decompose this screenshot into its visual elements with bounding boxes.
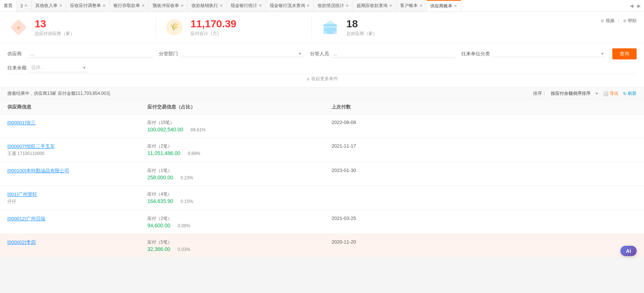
transaction-amount-2[interactable]: 11,051,486.00 [147, 150, 181, 156]
tab-supplier-ledger-close[interactable]: ✕ [454, 4, 457, 8]
transaction-info-2: 应付（2笔） 11,051,486.00 9.89% [147, 143, 332, 156]
supplier-info-6: [000002]李四 [7, 239, 147, 246]
transaction-pct-2: 9.89% [188, 151, 200, 156]
last-pay-date-2: 2021-11-17 [332, 143, 356, 149]
tab-collection-stat[interactable]: 收款情况统计 ✕ [314, 0, 353, 12]
transaction-amount-row-2: 11,051,486.00 9.89% [147, 150, 332, 156]
transaction-pct-6: 0.03% [178, 247, 190, 252]
supplier-name-6[interactable]: [000002]李四 [7, 239, 147, 246]
tab-cash-bank-stat[interactable]: 现金银行统计 ✕ [227, 0, 266, 12]
tab-supplier-ledger[interactable]: 供应商账本 ✕ [427, 0, 461, 12]
filter-supplier: 供应商 [7, 50, 153, 58]
tab-home-label: 首页 [4, 3, 13, 9]
wheat-icon: 🌾 [163, 16, 185, 38]
ai-badge[interactable]: Ai [620, 246, 637, 256]
transaction-pct-1: 89.61% [190, 127, 206, 132]
transaction-amount-row-6: 32,366.00 0.03% [147, 246, 332, 252]
transaction-detail-2: 应付（2笔） 11,051,486.00 9.89% [147, 143, 332, 156]
summary-card-1-number: 13 [35, 18, 74, 30]
tab-prepay-offset[interactable]: 预收冲应收单 ✕ [149, 0, 188, 12]
video-link[interactable]: ⊙ 视频 [601, 18, 614, 24]
transaction-label-1: 应付（15笔） [147, 120, 332, 126]
tab-prepay-offset-label: 预收冲应收单 [153, 3, 179, 9]
svg-marker-5 [322, 21, 338, 26]
tab-3[interactable]: 3 ✕ [17, 0, 32, 12]
tab-collection-stat-close[interactable]: ✕ [346, 3, 349, 8]
summary-card-3-label: 总供应商（家） [346, 31, 377, 37]
transaction-info-1: 应付（15笔） 100,092,540.00 89.61% [147, 120, 332, 132]
tab-collection-exec[interactable]: 收款核销执行 ✕ [188, 0, 227, 12]
tab-ar-adjust-close[interactable]: ✕ [102, 3, 106, 8]
refresh-button[interactable]: ↻ 刷新 [623, 90, 637, 97]
diamond-icon: ◈ [7, 16, 29, 38]
transaction-pct-3: 0.23% [181, 175, 193, 180]
tab-prepay-offset-close[interactable]: ✕ [181, 3, 184, 8]
balance-select[interactable]: 选择... ▼ [29, 63, 88, 72]
tab-ar-adjust[interactable]: 应收应付调整单 ✕ [66, 0, 110, 12]
tab-other-income-close[interactable]: ✕ [59, 3, 62, 8]
transaction-amount-4[interactable]: 164,635.90 [147, 198, 173, 204]
supplier-name-5[interactable]: [000012]广州贝瑞 [7, 216, 147, 222]
col-header-lastpay: 上次付数 [332, 104, 637, 110]
result-bar: 搜索结果中，供应商13家 应付金额111,703,854.00元 排序： 按应付… [0, 87, 644, 100]
summary-card-3: 18 总供应商（家） [319, 16, 460, 38]
tab-collection-exec-close[interactable]: ✕ [220, 3, 223, 8]
nav-prev-arrow[interactable]: ◀ [628, 0, 635, 12]
supplier-sub-4: 仔仔 [7, 199, 147, 205]
transaction-info-4: 应付（4笔） 164,635.90 0.15% [147, 191, 332, 204]
category-select[interactable]: ▼ [492, 51, 607, 57]
query-button[interactable]: 查询 [612, 48, 637, 59]
person-input[interactable] [331, 50, 455, 58]
svg-rect-6 [327, 28, 333, 34]
help-link[interactable]: ⊙ 帮助 [623, 18, 637, 24]
tab-3-close[interactable]: ✕ [24, 3, 28, 8]
summary-card-2-info: 11,170.39 应付合计（万） [190, 18, 237, 37]
transaction-amount-1[interactable]: 100,092,540.00 [147, 127, 183, 132]
tab-bank-deposit-label: 银行存取款单 [113, 3, 140, 9]
table-row: [000012]广州贝瑞 应付（2笔） 94,600.00 0.08% 2021… [0, 210, 644, 234]
lastpay-3: 2023-01-30 [332, 168, 637, 173]
summary-divider-1 [155, 16, 156, 38]
transaction-detail-3: 应付（1笔） 258,000.00 0.23% [147, 168, 332, 180]
summary-card-1-label: 总应付供应商（家） [35, 31, 74, 37]
transaction-amount-5[interactable]: 94,600.00 [147, 223, 170, 228]
tab-other-income[interactable]: 其他收入单 ✕ [32, 0, 66, 12]
supplier-name-2[interactable]: [000007]恒旺二手叉车 [7, 143, 147, 150]
tab-home[interactable]: 首页 [0, 0, 17, 12]
lastpay-6: 2020-11-20 [332, 239, 637, 245]
summary-bar: ◈ 13 总应付供应商（家） 🌾 11,170.39 应付合计（万） [0, 12, 644, 43]
col-header-supplier: 供应商信息 [7, 104, 147, 110]
store-icon [319, 16, 341, 38]
tab-bank-deposit-close[interactable]: ✕ [141, 3, 145, 8]
sort-value[interactable]: 按应付余额倒序排序 [551, 90, 591, 97]
svg-text:◈: ◈ [17, 25, 20, 30]
tab-overdue-ar[interactable]: 超期应收款查询 ✕ [353, 0, 396, 12]
transaction-amount-6[interactable]: 32,366.00 [147, 246, 170, 252]
nav-next-arrow[interactable]: ▶ [635, 0, 643, 12]
supplier-name-4[interactable]: [001]广州荣轩 [7, 191, 147, 198]
tab-overdue-ar-close[interactable]: ✕ [389, 3, 392, 8]
tab-bank-deposit[interactable]: 银行存取款单 ✕ [110, 0, 149, 12]
top-right-links: ⊙ 视频 | ⊙ 帮助 [601, 16, 637, 24]
supplier-name-1[interactable]: [000001]张三 [7, 120, 147, 126]
transaction-info-5: 应付（2笔） 94,600.00 0.08% [147, 216, 332, 228]
category-label: 往来单位分类 [461, 51, 490, 57]
dept-select[interactable]: ▼ [180, 51, 304, 57]
svg-rect-7 [324, 28, 327, 31]
transaction-detail-1: 应付（15笔） 100,092,540.00 89.61% [147, 120, 332, 132]
table-row: [000100]本特勤油品有限公司 应付（1笔） 258,000.00 0.23… [0, 162, 644, 186]
transaction-amount-3[interactable]: 258,000.00 [147, 175, 173, 180]
collapse-btn[interactable]: ∧ 收起更多条件 [7, 74, 637, 83]
export-button[interactable]: ⬜ 导出 [603, 90, 619, 97]
supplier-name-3[interactable]: [000100]本特勤油品有限公司 [7, 168, 147, 174]
supplier-input[interactable] [28, 50, 153, 58]
tab-ar-adjust-label: 应收应付调整单 [70, 3, 101, 9]
tab-cash-bank-flow-close[interactable]: ✕ [307, 3, 310, 8]
supplier-sub-2: 王通 17106110000 [7, 151, 147, 157]
tab-cash-bank-flow[interactable]: 现金银行流水查询 ✕ [266, 0, 314, 12]
tab-customer-ledger-close[interactable]: ✕ [419, 3, 423, 8]
last-pay-date-5: 2021-03-25 [332, 216, 356, 221]
tab-other-income-label: 其他收入单 [35, 3, 57, 9]
tab-cash-bank-stat-close[interactable]: ✕ [259, 3, 262, 8]
tab-customer-ledger[interactable]: 客户账本 ✕ [396, 0, 427, 12]
